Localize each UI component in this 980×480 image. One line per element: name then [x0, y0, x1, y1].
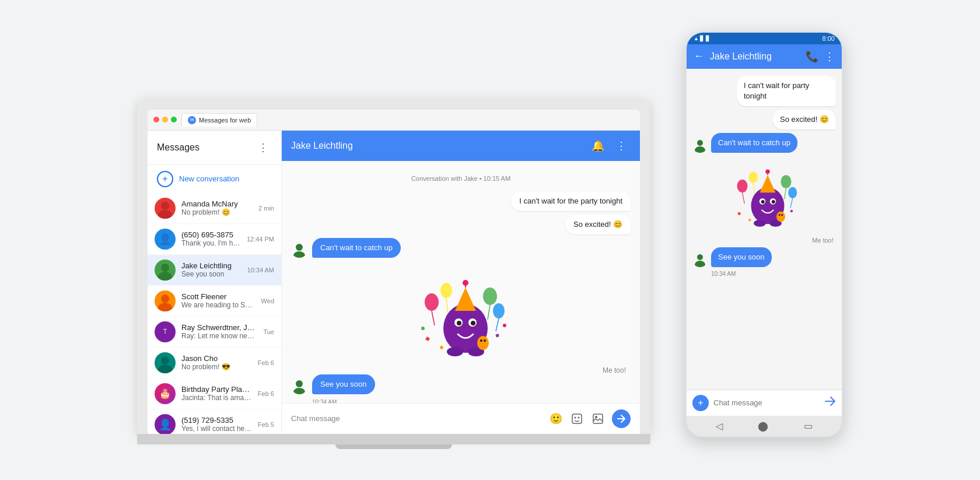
close-button[interactable] [153, 117, 159, 122]
msg-avatar-jake1 [291, 241, 307, 258]
chat-message-input[interactable] [291, 414, 542, 423]
conv-info-phone2: (519) 729-5335 Yes, I will contact her t… [181, 416, 252, 433]
svg-point-42 [578, 416, 580, 418]
phone-back-nav[interactable]: ◁ [716, 421, 723, 432]
chat-area: Jake Leichtling 🔔 ⋮ Conversation with Ja… [282, 131, 640, 434]
svg-point-51 [781, 176, 792, 189]
svg-point-46 [695, 146, 705, 153]
svg-point-65 [776, 212, 785, 222]
phone-input-area: + [687, 390, 842, 416]
conv-info-birthday: Birthday Party Planning Jacinta: That is… [181, 385, 252, 402]
new-conv-label: New conversation [179, 174, 239, 183]
svg-line-19 [496, 318, 499, 331]
phone-more-icon[interactable]: ⋮ [824, 50, 835, 63]
svg-point-66 [779, 214, 780, 216]
phone-home-nav[interactable]: ⬤ [758, 421, 768, 432]
conv-preview-scott: We are heading to San Francisco [181, 301, 256, 309]
conv-item-birthday[interactable]: 🎂 Birthday Party Planning Jacinta: That … [148, 379, 281, 409]
phone-recents-nav[interactable]: ▭ [804, 421, 813, 432]
svg-point-1 [158, 210, 172, 219]
conv-time-jason: Feb 6 [258, 359, 274, 366]
svg-line-15 [446, 298, 448, 314]
sticker-icon[interactable] [569, 411, 585, 427]
phone-time: 8:00 [822, 35, 835, 42]
conv-name-phone2: (519) 729-5335 [181, 416, 252, 425]
scene: ✉ Messages for web Messages ⋮ + New conv… [114, 8, 866, 472]
svg-line-54 [790, 198, 793, 208]
phone-messages: I can't wait for party tonight So excite… [687, 69, 842, 390]
conv-name-jake: Jake Leichtling [181, 261, 242, 270]
chat-header: Jake Leichtling 🔔 ⋮ [282, 131, 640, 161]
svg-point-5 [158, 303, 172, 311]
conversation-label: Conversation with Jake • 10:15 AM [291, 175, 631, 182]
sidebar: Messages ⋮ + New conversation [148, 131, 282, 434]
conv-item-jake[interactable]: Jake Leichtling See you soon 10:34 AM [148, 255, 281, 286]
emoji-icon[interactable]: 🙂 [548, 411, 564, 427]
chat-header-name: Jake Leichtling [291, 141, 353, 151]
traffic-lights [153, 117, 177, 122]
svg-point-18 [493, 303, 505, 318]
conv-info-scott: Scott Fleener We are heading to San Fran… [181, 292, 256, 309]
bubble-see-you: See you soon [312, 374, 375, 394]
svg-point-61 [761, 200, 765, 204]
see-you-group: See you soon 10:34 AM [291, 374, 631, 402]
sidebar-more-button[interactable]: ⋮ [254, 139, 272, 156]
avatar-amanda [155, 198, 176, 219]
conv-name-ray: Ray Schwerdtner, Jason Tzou [181, 323, 257, 332]
svg-line-17 [488, 305, 490, 320]
svg-rect-40 [572, 414, 582, 423]
conv-time-amanda: 2 min [258, 205, 274, 212]
svg-point-4 [161, 295, 169, 303]
laptop-base [137, 434, 650, 444]
phone-header: ← Jake Leichtling 📞 ⋮ [687, 44, 842, 69]
laptop: ✉ Messages for web Messages ⋮ + New conv… [137, 99, 650, 449]
message-row-recv1: Can't wait to catch up [291, 238, 631, 258]
avatar-phone1: 👤 [155, 229, 176, 250]
phone-bubble-see-you: See you soon [711, 247, 772, 267]
svg-rect-70 [748, 219, 751, 222]
image-icon[interactable] [590, 411, 606, 427]
svg-point-31 [480, 339, 482, 342]
minimize-button[interactable] [162, 117, 168, 122]
conv-item-jason[interactable]: Jason Cho No problem! 😎 Feb 6 [148, 348, 281, 379]
svg-point-26 [457, 321, 461, 325]
me-too-text: Me too! [291, 366, 626, 374]
conv-item-ray[interactable]: T Ray Schwerdtner, Jason Tzou Ray: Let m… [148, 317, 281, 348]
conv-item-phone2[interactable]: 👤 (519) 729-5335 Yes, I will contact her… [148, 409, 281, 434]
svg-point-0 [161, 202, 169, 210]
phone-call-icon[interactable]: 📞 [806, 50, 818, 63]
new-conversation-button[interactable]: + New conversation [148, 165, 281, 193]
avatar-scott [155, 290, 176, 311]
more-icon[interactable]: ⋮ [612, 136, 631, 155]
phone-message-input[interactable] [713, 398, 820, 407]
conv-info-jake: Jake Leichtling See you soon [181, 261, 242, 278]
msg-avatar-jake2 [291, 378, 307, 394]
message-row-sent1: I can't wait for the party tonight [291, 191, 631, 211]
svg-point-10 [296, 244, 303, 251]
conv-item-scott[interactable]: Scott Fleener We are heading to San Fran… [148, 286, 281, 317]
conv-item-amanda[interactable]: Amanda McNary No problem! 😊 2 min [148, 193, 281, 224]
svg-rect-35 [439, 345, 443, 349]
phone-send-button[interactable] [824, 395, 836, 410]
svg-rect-33 [425, 337, 430, 341]
conv-info-phone1: (650) 695-3875 Thank you. I'm heading ho… [181, 230, 241, 247]
back-icon[interactable]: ← [694, 50, 704, 62]
avatar-jake [155, 260, 176, 281]
conv-item-phone1[interactable]: 👤 (650) 695-3875 Thank you. I'm heading … [148, 224, 281, 255]
phone-add-button[interactable]: + [692, 395, 709, 411]
phone-msg-sent1: I can't wait for party tonight [692, 76, 836, 106]
laptop-bezel: ✉ Messages for web Messages ⋮ + New conv… [137, 99, 650, 434]
maximize-button[interactable] [171, 117, 177, 122]
svg-point-7 [158, 365, 172, 373]
sidebar-header: Messages ⋮ [148, 131, 281, 165]
bubble-sent2: So excited! 😊 [565, 215, 631, 234]
bubble-sent1: I can't wait for the party tonight [511, 191, 631, 211]
conv-info-ray: Ray Schwerdtner, Jason Tzou Ray: Let me … [181, 323, 257, 340]
send-button[interactable] [612, 409, 631, 428]
bell-icon[interactable]: 🔔 [589, 136, 607, 155]
svg-point-3 [158, 272, 172, 281]
phone: ▲ ▊ ▊ 8:00 ← Jake Leichtling 📞 ⋮ I can't… [685, 31, 843, 437]
browser-tab[interactable]: ✉ Messages for web [181, 113, 257, 127]
conv-preview-ray: Ray: Let me know next time [181, 332, 257, 340]
messages-favicon: ✉ [188, 116, 196, 124]
